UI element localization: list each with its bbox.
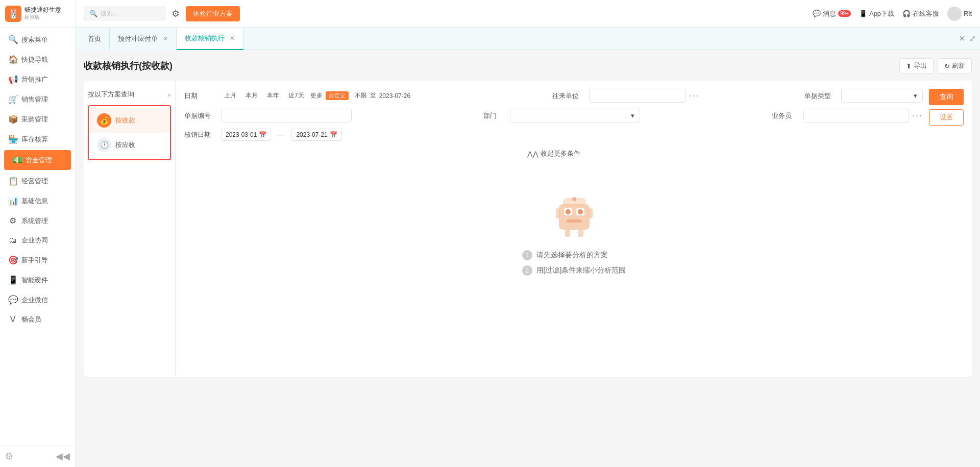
- user-info[interactable]: Rit: [947, 7, 972, 21]
- tab-prepay[interactable]: 预付冲应付单 ✕: [110, 28, 177, 50]
- date-7days[interactable]: 近7天: [285, 90, 307, 101]
- sidebar-item-0[interactable]: 🔍搜索菜单: [0, 30, 75, 50]
- collection-icon: 💰: [97, 113, 111, 128]
- sidebar-item-13[interactable]: 💬企业微信: [0, 290, 75, 310]
- topbar-right: 💬 消息 99+ 📱 App下载 🎧 在线客服 Rit: [813, 7, 972, 21]
- staff-input[interactable]: [803, 109, 909, 122]
- sidebar-item-7[interactable]: 📋经营管理: [0, 171, 75, 191]
- staff-more-icon[interactable]: ···: [912, 110, 923, 121]
- refresh-icon: ↻: [944, 62, 950, 70]
- collapse-sidebar-icon[interactable]: ◀◀: [56, 451, 70, 462]
- sidebar-label-4: 采购管理: [21, 115, 48, 124]
- sidebar-item-14[interactable]: V畅会员: [0, 310, 75, 329]
- hint-item-1: 1 请先选择要分析的方案: [522, 250, 626, 260]
- hint-text-1: 请先选择要分析的方案: [536, 251, 608, 260]
- sidebar-item-8[interactable]: 📊基础信息: [0, 191, 75, 211]
- gear-icon[interactable]: ⚙: [172, 8, 180, 19]
- svg-rect-9: [578, 230, 583, 237]
- avatar: [947, 7, 962, 21]
- date-unlimit-range: 不限 至 2023-07-26: [355, 91, 447, 100]
- date-last-month[interactable]: 上月: [221, 90, 239, 101]
- partner-more-icon[interactable]: ···: [689, 90, 700, 101]
- date-custom-badge[interactable]: 自定义: [326, 91, 349, 100]
- verify-date-start-input[interactable]: 2023-03-01 📅: [221, 129, 271, 141]
- app-name-text: 畅捷通好生意: [24, 6, 61, 14]
- refresh-button[interactable]: ↻ 刷新: [938, 58, 972, 73]
- message-button[interactable]: 💬 消息 99+: [813, 9, 851, 18]
- bill-type-select[interactable]: ▾: [841, 89, 923, 103]
- empty-state: 1 请先选择要分析的方案 2 用[过滤]条件来缩小分析范围: [184, 158, 964, 306]
- sidebar-item-11[interactable]: 🎯新手引导: [0, 250, 75, 270]
- sidebar-item-1[interactable]: 🏠快捷导航: [0, 50, 75, 69]
- close-window-icon[interactable]: ✕: [959, 34, 965, 43]
- sidebar-icon-9: ⚙: [8, 216, 17, 226]
- sidebar-icon-1: 🏠: [8, 55, 17, 64]
- tab-prepay-close[interactable]: ✕: [163, 35, 168, 42]
- app-logo-icon: 🐰: [5, 6, 21, 22]
- filter-row-1: 日期 上月 本月 本年 近7天 更多 自定义 不限 至: [184, 89, 923, 103]
- svg-point-3: [566, 209, 571, 214]
- bill-no-input[interactable]: [221, 109, 352, 122]
- staff-label: 业务员: [772, 111, 797, 120]
- panel-item-by-collection[interactable]: 💰 按收款: [89, 108, 170, 133]
- tab-collection-close[interactable]: ✕: [230, 35, 235, 42]
- app-edition: 标准版: [24, 14, 61, 21]
- tab-collection[interactable]: 收款核销执行 ✕: [177, 28, 243, 50]
- collapse-conditions-button[interactable]: ⋀⋀ 收起更多条件: [184, 149, 923, 158]
- tab-home[interactable]: 首页: [80, 28, 110, 50]
- sidebar-item-2[interactable]: 📢营销推广: [0, 69, 75, 89]
- date-this-month[interactable]: 本月: [242, 90, 261, 101]
- sidebar-icon-11: 🎯: [8, 255, 17, 265]
- online-service-label: 在线客服: [913, 9, 939, 18]
- sidebar-icon-10: 🗂: [8, 236, 17, 245]
- sidebar-item-4[interactable]: 📦采购管理: [0, 109, 75, 129]
- verify-date-end-input[interactable]: 2023-07-21 📅: [291, 129, 341, 141]
- query-button[interactable]: 查询: [929, 89, 964, 105]
- main-content: 🔍 搜索... ⚙ 体验行业方案 💬 消息 99+ 📱 App下载 🎧 在线客服…: [76, 0, 980, 467]
- date-this-year[interactable]: 本年: [264, 90, 282, 101]
- sidebar-icon-12: 📱: [8, 275, 17, 285]
- sidebar-item-10[interactable]: 🗂企业协同: [0, 231, 75, 250]
- sidebar-label-0: 搜索菜单: [21, 35, 48, 44]
- sidebar-item-6[interactable]: 💵资金管理: [4, 150, 71, 170]
- sidebar-icon-2: 📢: [8, 75, 17, 84]
- collapse-up-icon: ⋀⋀: [527, 150, 538, 158]
- app-name: 畅捷通好生意 标准版: [24, 6, 61, 21]
- sidebar-icon-3: 🛒: [8, 94, 17, 104]
- sidebar-item-12[interactable]: 📱智能硬件: [0, 270, 75, 290]
- tab-home-label: 首页: [88, 34, 101, 43]
- date-more[interactable]: 更多: [310, 91, 323, 100]
- app-download-button[interactable]: 📱 App下载: [859, 9, 894, 18]
- calendar-end-icon: 📅: [330, 131, 337, 138]
- maximize-icon[interactable]: ⤢: [969, 34, 976, 43]
- industry-solution-button[interactable]: 体验行业方案: [186, 6, 240, 21]
- settings-icon[interactable]: ⚙: [5, 451, 13, 462]
- user-name: Rit: [964, 10, 972, 17]
- search-bar[interactable]: 🔍 搜索...: [84, 7, 165, 20]
- sidebar-icon-4: 📦: [8, 114, 17, 124]
- sidebar-label-1: 快捷导航: [21, 55, 48, 64]
- sidebar-icon-14: V: [8, 315, 17, 324]
- export-button[interactable]: ⬆ 导出: [899, 58, 934, 73]
- sidebar-label-2: 营销推广: [21, 75, 48, 84]
- verify-date-start-text: 2023-03-01: [226, 131, 257, 138]
- partner-input[interactable]: [589, 89, 686, 103]
- sidebar-item-5[interactable]: 🏪库存核算: [0, 129, 75, 149]
- dept-dropdown-icon: ▾: [631, 112, 634, 119]
- sidebar-label-7: 经营管理: [21, 177, 48, 186]
- sidebar-icon-5: 🏪: [8, 134, 17, 144]
- panel-collapse-icon[interactable]: »: [167, 91, 171, 99]
- online-service-button[interactable]: 🎧 在线客服: [902, 9, 939, 18]
- sidebar-label-8: 基础信息: [21, 196, 48, 206]
- topbar: 🔍 搜索... ⚙ 体验行业方案 💬 消息 99+ 📱 App下载 🎧 在线客服…: [76, 0, 980, 28]
- export-label: 导出: [914, 61, 927, 70]
- sidebar-label-3: 销售管理: [21, 95, 48, 104]
- sidebar-item-9[interactable]: ⚙系统管理: [0, 211, 75, 231]
- panel-item-by-receivable[interactable]: 🕐 按应收: [89, 133, 170, 157]
- date-to-text: 至: [370, 91, 376, 100]
- sidebar-item-3[interactable]: 🛒销售管理: [0, 89, 75, 109]
- filter-settings-button[interactable]: 设置: [929, 109, 964, 126]
- svg-rect-6: [556, 208, 560, 218]
- dept-select[interactable]: ▾: [510, 109, 641, 122]
- sidebar-bottom: ⚙ ◀◀: [0, 445, 75, 467]
